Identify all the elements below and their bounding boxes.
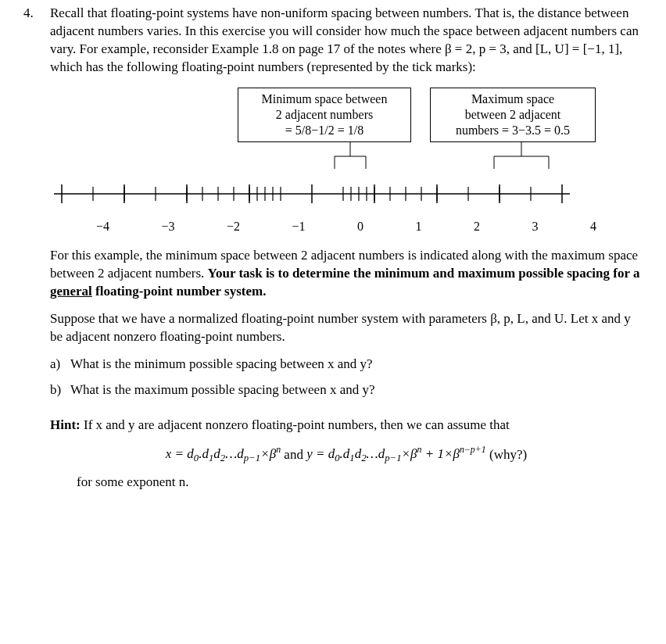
eq-sup: n−p+1 bbox=[460, 445, 486, 456]
eq-y: y = d0.d1d2…dp−1×βn + 1×βn−p+1 bbox=[306, 446, 489, 461]
axis-label: −3 bbox=[162, 218, 175, 235]
bracket-icon bbox=[327, 142, 374, 177]
figure: Minimum space between 2 adjacent numbers… bbox=[50, 88, 643, 235]
eq-why: (why?) bbox=[489, 446, 527, 461]
eq-frag: ×β bbox=[260, 446, 276, 461]
callout-max-line2: between 2 adjacent bbox=[439, 107, 587, 123]
problem-body: Recall that floating-point systems have … bbox=[50, 5, 643, 501]
eq-frag: d bbox=[202, 446, 209, 461]
number-line bbox=[50, 178, 574, 209]
callout-min-line1: Minimum space between bbox=[246, 91, 403, 107]
post-figure-paragraph: For this example, the minimum space betw… bbox=[50, 247, 643, 301]
axis-label: 4 bbox=[590, 218, 596, 235]
problem-4: 4. Recall that floating-point systems ha… bbox=[23, 5, 643, 501]
eq-and: and bbox=[284, 446, 306, 461]
problem-number: 4. bbox=[23, 5, 50, 501]
hint-text: If x and y are adjacent nonzero floating… bbox=[81, 417, 510, 432]
axis-label: 1 bbox=[416, 218, 422, 235]
task-tail: floating-point number system. bbox=[92, 284, 267, 299]
eq-frag: … bbox=[225, 446, 237, 461]
callout-max-line3: numbers = 3−3.5 = 0.5 bbox=[439, 123, 587, 138]
subq-text-a: What is the minimum possible spacing bet… bbox=[70, 356, 373, 374]
subq-letter-a: a) bbox=[50, 356, 70, 374]
pointer-row bbox=[50, 142, 643, 177]
axis-label: 0 bbox=[357, 218, 363, 235]
task-lead: Your task is to determine the minimum an… bbox=[208, 266, 640, 281]
hint-paragraph: Hint: If x and y are adjacent nonzero fl… bbox=[50, 417, 643, 435]
eq-frag: d bbox=[378, 446, 385, 461]
sub-question-a: a) What is the minimum possible spacing … bbox=[50, 356, 643, 374]
hint-equation: x = d0.d1d2…dp−1×βn and y = d0.d1d2…dp−1… bbox=[50, 444, 643, 466]
hint-tail-text: for some exponent n. bbox=[77, 474, 189, 489]
task-underline: general bbox=[50, 284, 92, 299]
axis-label: −4 bbox=[96, 218, 109, 235]
callout-min: Minimum space between 2 adjacent numbers… bbox=[238, 88, 411, 142]
eq-frag: d bbox=[213, 446, 220, 461]
eq-frag: ×β bbox=[402, 446, 417, 461]
eq-frag: d bbox=[237, 446, 244, 461]
qa-text: What is the minimum possible spacing bet… bbox=[70, 356, 373, 371]
eq-frag: y = d bbox=[306, 446, 335, 461]
intro-paragraph: Recall that floating-point systems have … bbox=[50, 5, 643, 77]
axis-label: −2 bbox=[227, 218, 240, 235]
eq-frag: + 1×β bbox=[421, 446, 459, 461]
callout-min-line3: = 5/8−1/2 = 1/8 bbox=[246, 123, 403, 138]
eq-x: x = d0.d1d2…dp−1×βn bbox=[166, 446, 285, 461]
axis-label: 3 bbox=[532, 218, 539, 235]
subq-letter-b: b) bbox=[50, 381, 70, 399]
hint-tail: for some exponent n. bbox=[77, 474, 643, 492]
eq-frag: d bbox=[355, 446, 362, 461]
axis-label: −1 bbox=[292, 218, 306, 235]
eq-sub: p−1 bbox=[244, 453, 260, 464]
eq-sup: n bbox=[276, 445, 281, 456]
axis-label: 2 bbox=[474, 218, 480, 235]
eq-frag: … bbox=[367, 446, 378, 461]
callout-max-line1: Maximum space bbox=[439, 91, 587, 107]
callouts-row: Minimum space between 2 adjacent numbers… bbox=[50, 88, 643, 142]
sub-question-b: b) What is the maximum possible spacing … bbox=[50, 381, 643, 399]
bracket-icon bbox=[486, 142, 557, 177]
pointer-max bbox=[447, 142, 596, 177]
intro-text: Recall that floating-point systems have … bbox=[50, 5, 639, 74]
setup-paragraph: Suppose that we have a normalized floati… bbox=[50, 310, 643, 346]
eq-sub: p−1 bbox=[385, 453, 401, 464]
hint-label: Hint: bbox=[50, 417, 81, 432]
setup-text: Suppose that we have a normalized floati… bbox=[50, 311, 631, 344]
callout-min-line2: 2 adjacent numbers bbox=[246, 107, 403, 123]
pointer-min bbox=[272, 142, 428, 177]
subq-text-b: What is the maximum possible spacing bet… bbox=[70, 381, 375, 399]
eq-frag: x = d bbox=[166, 446, 194, 461]
axis-labels: −4 −3 −2 −1 0 1 2 3 4 bbox=[96, 218, 596, 235]
callout-max: Maximum space between 2 adjacent numbers… bbox=[430, 88, 596, 142]
qb-text: What is the maximum possible spacing bet… bbox=[70, 382, 375, 397]
